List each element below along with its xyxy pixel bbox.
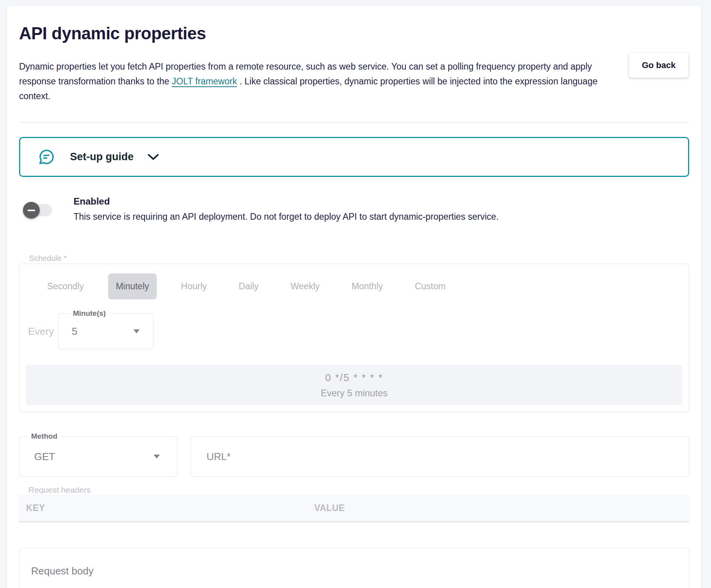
enabled-label: Enabled	[74, 196, 499, 207]
tab-secondly[interactable]: Secondly	[39, 273, 92, 299]
method-select-label: Method	[27, 432, 61, 441]
minutes-select-label: Minute(s)	[69, 309, 109, 318]
request-body-label: Request body	[31, 565, 689, 577]
enabled-description: This service is requiring an API deploym…	[74, 210, 499, 223]
request-body-field[interactable]: Request body	[19, 548, 689, 588]
schedule-field-label: Schedule *	[19, 254, 689, 264]
column-header-key: KEY	[19, 503, 307, 513]
column-header-value: VALUE	[307, 503, 689, 513]
main-card: API dynamic properties Dynamic propertie…	[7, 5, 701, 588]
cron-description: Every 5 minutes	[320, 388, 387, 399]
tab-hourly[interactable]: Hourly	[173, 273, 214, 299]
tab-minutely[interactable]: Minutely	[108, 273, 157, 299]
dropdown-arrow-icon	[133, 329, 140, 333]
url-field	[191, 436, 689, 477]
minutes-select[interactable]: Minute(s) 5	[58, 313, 154, 349]
every-label: Every	[28, 326, 54, 338]
go-back-button[interactable]: Go back	[629, 53, 688, 78]
toggle-off-dash-icon	[28, 210, 35, 211]
schedule-fieldset: Secondly Minutely Hourly Daily Weekly Mo…	[19, 264, 689, 412]
request-headers-table: KEY VALUE	[19, 495, 689, 522]
setup-guide-label: Set-up guide	[70, 151, 134, 163]
enabled-toggle[interactable]	[19, 201, 62, 219]
jolt-framework-link[interactable]: JOLT framework	[172, 76, 237, 86]
tab-daily[interactable]: Daily	[231, 273, 266, 299]
header-row: Dynamic properties let you fetch API pro…	[19, 59, 689, 103]
schedule-tabs: Secondly Minutely Hourly Daily Weekly Mo…	[39, 273, 682, 299]
cron-expression: 0 */5 * * * *	[325, 372, 383, 384]
enabled-section: Enabled This service is requiring an API…	[19, 196, 689, 223]
tab-monthly[interactable]: Monthly	[344, 273, 391, 299]
chat-bubble-icon	[37, 148, 55, 166]
every-row: Every Minute(s) 5	[28, 313, 682, 349]
cron-preview: 0 */5 * * * * Every 5 minutes	[26, 365, 682, 405]
dropdown-arrow-icon	[154, 455, 160, 458]
tab-custom[interactable]: Custom	[407, 273, 453, 299]
toggle-thumb	[23, 202, 40, 219]
request-headers-label: Request headers	[19, 485, 689, 495]
section-divider	[19, 122, 689, 123]
method-select-value: GET	[19, 451, 55, 463]
request-row: Method GET	[19, 436, 689, 477]
page-title: API dynamic properties	[19, 23, 689, 44]
enabled-texts: Enabled This service is requiring an API…	[74, 196, 499, 223]
setup-guide-header[interactable]: Set-up guide	[19, 137, 689, 177]
minutes-select-value: 5	[59, 326, 77, 338]
tab-weekly[interactable]: Weekly	[283, 273, 327, 299]
url-input[interactable]	[191, 437, 689, 476]
method-select[interactable]: Method GET	[19, 436, 177, 477]
page-description: Dynamic properties let you fetch API pro…	[19, 59, 602, 103]
chevron-down-icon[interactable]	[147, 153, 159, 161]
